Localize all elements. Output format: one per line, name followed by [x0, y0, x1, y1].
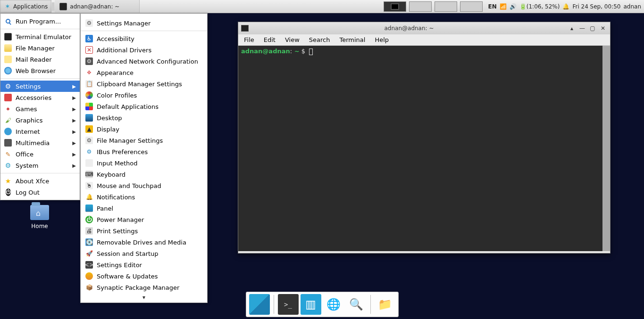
- submenu-item-mouse-and-touchpad[interactable]: 🖱Mouse and Touchpad: [81, 180, 207, 191]
- terminal-menu-help[interactable]: Help: [375, 36, 389, 43]
- input-icon: [85, 159, 93, 167]
- dock-home-folder[interactable]: 📁: [375, 294, 395, 315]
- menu-item-terminal-emulator[interactable]: Terminal Emulator: [0, 31, 80, 42]
- applications-menu-button[interactable]: ✶ Applications: [0, 0, 51, 13]
- menu-item-web-browser[interactable]: Web Browser: [0, 65, 80, 76]
- home-desktop-icon[interactable]: ⌂ Home: [21, 205, 59, 229]
- submenu-item-file-manager-settings[interactable]: ⚙File Manager Settings: [81, 135, 207, 146]
- menu-item-system[interactable]: ⚙System▶: [0, 160, 80, 171]
- submenu-item-removable-drives-and-media[interactable]: 💽Removable Drives and Media: [81, 237, 207, 248]
- menu-item-file-manager[interactable]: File Manager: [0, 42, 80, 54]
- terminal-menu-terminal[interactable]: Terminal: [339, 36, 365, 43]
- submenu-item-accessibility[interactable]: ♿Accessibility: [81, 33, 207, 44]
- keyboard-layout-indicator[interactable]: EN: [488, 3, 497, 10]
- menu-item-label: Settings: [16, 83, 41, 90]
- appear-icon: ❖: [85, 69, 93, 76]
- task-title: adnan@adnan: ~: [70, 3, 119, 10]
- submenu-item-session-and-startup[interactable]: 🚀Session and Startup: [81, 248, 207, 259]
- menu-item-internet[interactable]: Internet▶: [0, 126, 80, 137]
- volume-icon[interactable]: 🔊: [510, 3, 517, 10]
- window-close-button[interactable]: ✕: [599, 24, 607, 33]
- submenu-item-clipboard-manager-settings[interactable]: 📋Clipboard Manager Settings: [81, 78, 207, 90]
- menu-item-label: Office: [16, 151, 33, 158]
- menu-item-settings[interactable]: ⚙Settings▶: [0, 81, 80, 92]
- submenu-item-label: Notifications: [97, 194, 135, 201]
- submenu-item-advanced-network-configuration[interactable]: ⚙Advanced Network Configuration: [81, 56, 207, 67]
- submenu-item-notifications[interactable]: 🔔Notifications: [81, 191, 207, 203]
- terminal-menu-edit[interactable]: Edit: [264, 36, 276, 43]
- window-titlebar[interactable]: adnan@adnan: ~ ▴ — ▢ ✕: [238, 22, 610, 34]
- user-name[interactable]: adnan: [623, 3, 641, 10]
- dock-show-desktop[interactable]: [249, 294, 270, 315]
- terminal-menu-view[interactable]: View: [285, 36, 300, 43]
- submenu-item-label: Settings Editor: [97, 262, 142, 269]
- menu-item-office[interactable]: ✎Office▶: [0, 148, 80, 160]
- menu-item-label: Web Browser: [16, 67, 56, 74]
- submenu-item-power-manager[interactable]: ⏻Power Manager: [81, 214, 207, 225]
- prompt-path: ~: [292, 48, 299, 55]
- submenu-overflow-indicator[interactable]: ▾: [81, 293, 207, 302]
- submenu-item-ibus-preferences[interactable]: ⚙IBus Preferences: [81, 146, 207, 157]
- clock[interactable]: Fri 24 Sep, 00:50: [572, 3, 620, 10]
- menu-item-games[interactable]: ✦Games▶: [0, 103, 80, 115]
- submenu-item-synaptic-package-manager[interactable]: 📦Synaptic Package Manager: [81, 282, 207, 293]
- submenu-item-default-applications[interactable]: Default Applications: [81, 101, 207, 112]
- window-keep-above-button[interactable]: ▴: [568, 24, 576, 33]
- submenu-item-panel[interactable]: Panel: [81, 203, 207, 214]
- workspace-switcher[interactable]: [381, 1, 485, 12]
- notifications-icon[interactable]: 🔔: [562, 3, 569, 10]
- submenu-item-software-updates[interactable]: Software & Updates: [81, 270, 207, 282]
- submenu-item-color-profiles[interactable]: Color Profiles: [81, 90, 207, 101]
- submenu-item-display[interactable]: ▲Display: [81, 123, 207, 135]
- submenu-item-keyboard[interactable]: ⌨Keyboard: [81, 169, 207, 180]
- network-icon[interactable]: 📶: [500, 3, 507, 10]
- menu-item-label: Graphics: [16, 117, 42, 124]
- terminal-menu-search[interactable]: Search: [309, 36, 330, 43]
- battery-indicator[interactable]: 🔋(1:06, 52%): [519, 3, 560, 10]
- applications-menu: Run Program...Terminal EmulatorFile Mana…: [0, 13, 80, 200]
- menu-item-multimedia[interactable]: Multimedia▶: [0, 137, 80, 148]
- menu-item-graphics[interactable]: 🖌Graphics▶: [0, 115, 80, 126]
- terminal-window: adnan@adnan: ~ ▴ — ▢ ✕ FileEditViewSearc…: [238, 22, 611, 254]
- window-minimize-button[interactable]: —: [578, 24, 586, 33]
- menu-separator: [0, 173, 80, 173]
- submenu-arrow-icon: ▶: [72, 140, 76, 146]
- seteditor-icon: <>: [85, 261, 93, 269]
- menu-item-label: About Xfce: [16, 178, 49, 185]
- submenu-item-settings-manager[interactable]: ⚙Settings Manager: [81, 17, 207, 29]
- menu-item-about-xfce[interactable]: ★About Xfce: [0, 175, 80, 187]
- taskbar-terminal-task[interactable]: adnan@adnan: ~: [55, 0, 140, 13]
- colors-icon: [85, 91, 93, 99]
- submenu-item-input-method[interactable]: Input Method: [81, 157, 207, 169]
- submenu-item-print-settings[interactable]: 🖨Print Settings: [81, 225, 207, 237]
- home-label: Home: [21, 223, 59, 229]
- submenu-item-appearance[interactable]: ❖Appearance: [81, 67, 207, 78]
- terminal-icon: [59, 3, 67, 10]
- submenu-item-label: Mouse and Touchpad: [97, 182, 161, 189]
- prompt-user: adnan@adnan: [241, 48, 290, 55]
- menu-item-run-program[interactable]: Run Program...: [0, 16, 80, 27]
- menu-item-mail-reader[interactable]: Mail Reader: [0, 54, 80, 65]
- submenu-arrow-icon: ▶: [72, 106, 76, 112]
- workspace-1[interactable]: [384, 1, 406, 12]
- dock-app-finder[interactable]: 🔍: [346, 294, 367, 315]
- dock-web-browser[interactable]: 🌐: [323, 294, 344, 315]
- workspace-2[interactable]: [409, 1, 432, 12]
- workspace-3[interactable]: [435, 1, 457, 12]
- scrollbar-thumb[interactable]: [602, 46, 610, 251]
- menu-item-log-out[interactable]: ⏻Log Out: [0, 187, 80, 198]
- fm-icon: ⚙: [85, 137, 93, 144]
- terminal-menu-file[interactable]: File: [244, 36, 254, 43]
- menu-item-accessories[interactable]: Accessories▶: [0, 92, 80, 103]
- submenu-item-settings-editor[interactable]: <>Settings Editor: [81, 259, 207, 270]
- submenu-item-desktop[interactable]: Desktop: [81, 112, 207, 123]
- dock-terminal[interactable]: >_: [278, 294, 299, 315]
- kb-icon: ⌨: [85, 171, 93, 178]
- terminal-content[interactable]: adnan@adnan: ~ $: [238, 46, 610, 251]
- window-maximize-button[interactable]: ▢: [588, 24, 597, 33]
- battery-text: (1:06, 52%): [527, 3, 560, 10]
- dock-file-manager[interactable]: ▥: [301, 294, 321, 315]
- submenu-item-additional-drivers[interactable]: ✕Additional Drivers: [81, 44, 207, 56]
- terminal-scrollbar[interactable]: [602, 46, 610, 251]
- workspace-4[interactable]: [460, 1, 483, 12]
